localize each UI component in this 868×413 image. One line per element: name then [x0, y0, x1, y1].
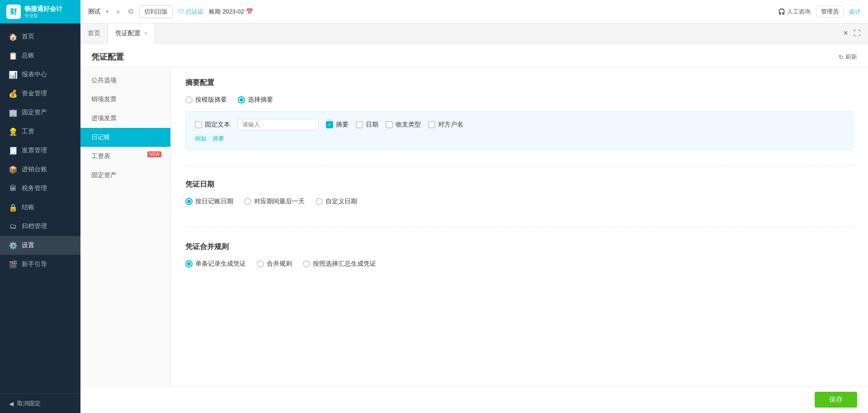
sidebar-icon-assets: 🏢 [9, 108, 17, 117]
merge-section: 凭证合并规则 单条记录生成凭证 合并规则 按照选择汇总生成凭证 [185, 242, 854, 290]
summary-section: 摘要配置 按模版摘要 选择摘要 固定文本 [185, 78, 854, 165]
merge-rule-radio[interactable] [257, 260, 264, 268]
fixed-text-checkbox[interactable] [195, 121, 202, 128]
tabbar: 首页凭证配置× × ⛶ [80, 23, 868, 43]
counterparty-checkbox[interactable] [428, 121, 435, 128]
sidebar-item-ledger[interactable]: 📋 总账 [0, 46, 80, 65]
close-panel-btn[interactable]: × [843, 28, 848, 38]
income-type-checkbox[interactable] [386, 121, 393, 128]
admin-btn[interactable]: 管理员 [816, 6, 844, 18]
unpin-icon: ◀ [9, 400, 14, 407]
summary-option-template[interactable]: 按模版摘要 [185, 96, 227, 104]
sidebar-item-assets[interactable]: 🏢 固定资产 [0, 103, 80, 122]
save-button[interactable]: 保存 [815, 392, 857, 408]
page-header: 凭证配置 ↻ 刷新 [80, 43, 868, 67]
sidebar-icon-guide: 🎬 [9, 260, 17, 268]
single-radio[interactable] [185, 260, 193, 268]
account-period: 账期 2023-02 📅 [209, 8, 253, 16]
left-nav-purchase[interactable]: 进项发票 [80, 109, 170, 128]
merge-title: 凭证合并规则 [185, 242, 854, 252]
sidebar-label-purchase: 进销台账 [22, 165, 47, 174]
summary-checkbox[interactable] [326, 121, 333, 128]
sidebar-item-home[interactable]: 🏠 首页 [0, 27, 80, 46]
sidebar-item-invoices[interactable]: 🧾 发票管理 [0, 141, 80, 160]
sidebar-icon-tax: 🏛 [9, 184, 17, 192]
sidebar-item-settings[interactable]: ⚙️ 设置 [0, 236, 80, 255]
sidebar-item-funds[interactable]: 💰 资金管理 [0, 84, 80, 103]
summary-title: 摘要配置 [185, 78, 854, 88]
switch-version-btn[interactable]: 切到旧版 [139, 5, 173, 18]
summary-config-row: 固定文本 摘要 日期 收支类型 [195, 119, 844, 130]
add-project-btn[interactable]: ＋ [114, 6, 122, 17]
calendar-icon[interactable]: 📅 [246, 8, 253, 15]
template-radio[interactable] [185, 96, 193, 103]
summary-option-select[interactable]: 选择摘要 [238, 96, 273, 104]
role-label: 会计 [849, 8, 861, 16]
tab-close-voucher-config[interactable]: × [144, 30, 147, 37]
sidebar-item-tax[interactable]: 🏛 税务管理 [0, 179, 80, 198]
logo-icon: 财 [6, 5, 21, 19]
date-section: 凭证日期 按日记账日期 对应期间最后一天 自定义日期 [185, 180, 854, 228]
left-nav-payroll[interactable]: 工资表NEW▾ [80, 147, 170, 166]
date-option-journal[interactable]: 按日记账日期 [185, 197, 233, 206]
last-day-radio[interactable] [244, 198, 251, 205]
right-content: 摘要配置 按模版摘要 选择摘要 固定文本 [171, 67, 868, 413]
custom-date-radio[interactable] [316, 198, 323, 205]
merge-option-rule[interactable]: 合并规则 [257, 260, 292, 268]
date-option-last-day[interactable]: 对应期间最后一天 [244, 197, 305, 206]
income-type-label: 收支类型 [396, 121, 421, 129]
sidebar-label-archive: 归档管理 [22, 222, 47, 230]
sidebar: 财 畅捷通好会计 专业版 🏠 首页 📋 总账 📊 报表中心 💰 资金管理 🏢 固… [0, 0, 80, 413]
counterparty-checkbox-item[interactable]: 对方户名 [428, 121, 463, 129]
sidebar-item-purchase[interactable]: 📦 进销台账 [0, 160, 80, 179]
left-nav-public[interactable]: 公共选项 [80, 71, 170, 90]
expand-panel-btn[interactable]: ⛶ [854, 29, 861, 38]
last-day-label: 对应期间最后一天 [254, 197, 305, 206]
date-checkbox-item[interactable]: 日期 [356, 121, 378, 129]
sidebar-item-guide[interactable]: 🎬 新手引导 [0, 255, 80, 274]
sidebar-icon-reports: 📊 [9, 70, 17, 79]
settings-icon[interactable]: ⚙ [127, 7, 134, 16]
left-nav-sales[interactable]: 销项发票 [80, 90, 170, 109]
left-nav-journal[interactable]: 日记账 [80, 128, 170, 147]
date-title: 凭证日期 [185, 180, 854, 189]
sidebar-label-home: 首页 [22, 33, 34, 41]
sidebar-icon-ledger: 📋 [9, 52, 17, 60]
sidebar-icon-archive: 🗂 [9, 222, 17, 230]
tab-voucher-config[interactable]: 凭证配置× [108, 23, 155, 43]
journal-date-radio[interactable] [185, 198, 193, 205]
merge-option-single[interactable]: 单条记录生成凭证 [185, 260, 246, 268]
refresh-btn[interactable]: ↻ 刷新 [839, 53, 857, 61]
shield-icon: 🛡 [178, 8, 184, 15]
app-logo: 财 畅捷通好会计 专业版 [0, 0, 80, 23]
unpin-sidebar[interactable]: ◀ 取消固定 [0, 394, 80, 413]
sidebar-item-reports[interactable]: 📊 报表中心 [0, 65, 80, 84]
template-label: 按模版摘要 [195, 96, 227, 104]
summary-merge-radio[interactable] [303, 260, 310, 268]
project-name: 测试 [88, 8, 100, 16]
sidebar-label-close: 结账 [22, 203, 34, 211]
page-title: 凭证配置 [91, 52, 124, 62]
select-radio[interactable] [238, 96, 245, 103]
income-type-checkbox-item[interactable]: 收支类型 [386, 121, 421, 129]
topbar: 测试 ▾ ＋ ⚙ 切到旧版 🛡 已认证 账期 2023-02 📅 🎧 人工咨询 … [80, 0, 868, 23]
fixed-text-input[interactable] [237, 119, 319, 130]
project-dropdown-icon[interactable]: ▾ [106, 9, 108, 15]
sidebar-item-wages[interactable]: 👷 工资 [0, 122, 80, 141]
sidebar-item-archive[interactable]: 🗂 归档管理 [0, 217, 80, 236]
fixed-text-label: 固定文本 [205, 121, 230, 129]
left-nav-fixed-assets[interactable]: 固定资产 [80, 166, 170, 185]
content-layout: 公共选项销项发票进项发票日记账工资表NEW▾固定资产 摘要配置 按模版摘要 选择… [80, 67, 868, 413]
sidebar-item-close[interactable]: 🔒 结账 [0, 198, 80, 217]
sidebar-label-reports: 报表中心 [22, 70, 47, 79]
date-checkbox[interactable] [356, 121, 363, 128]
help-btn[interactable]: 🎧 人工咨询 [778, 8, 811, 16]
example-text: 例如：摘要 [195, 135, 844, 143]
date-option-custom[interactable]: 自定义日期 [316, 197, 357, 206]
fixed-text-checkbox-item[interactable]: 固定文本 [195, 121, 230, 129]
tab-home[interactable]: 首页 [80, 23, 108, 43]
merge-option-summary[interactable]: 按照选择汇总生成凭证 [303, 260, 376, 268]
date-label: 日期 [366, 121, 378, 129]
select-label: 选择摘要 [248, 96, 273, 104]
summary-checkbox-item[interactable]: 摘要 [326, 121, 349, 129]
